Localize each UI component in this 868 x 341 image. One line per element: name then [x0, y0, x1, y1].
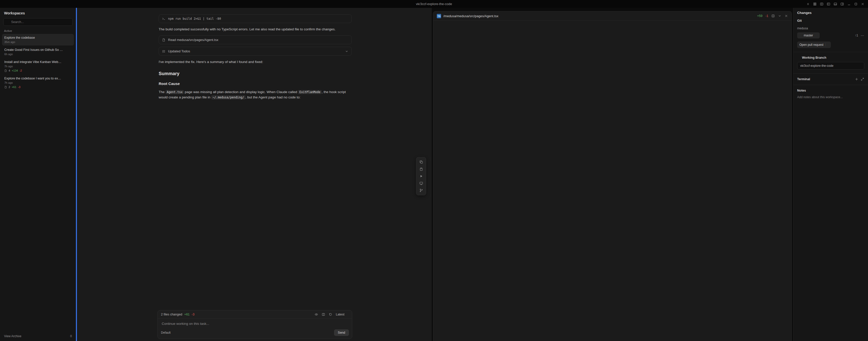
- workspace-item-title: Explore the codebase I want you to ex…: [4, 76, 72, 80]
- add-workspace-icon[interactable]: [69, 11, 72, 15]
- right-panel: Changes Git medusa master ↑1 ⋯ Open pull…: [793, 8, 868, 341]
- pr-label: Open pull request: [799, 43, 824, 46]
- copy-icon[interactable]: [419, 160, 423, 164]
- view-archive-link[interactable]: View Archive: [4, 334, 21, 338]
- paragraph: The Agent.tsx page was missing all plan …: [159, 89, 352, 100]
- chevron-down-icon[interactable]: [861, 89, 864, 92]
- branch-icon: [799, 34, 802, 37]
- file-count: 2: [9, 86, 10, 89]
- updated-todos-row[interactable]: Updated Todos: [159, 47, 352, 56]
- eye-icon[interactable]: [315, 313, 318, 316]
- chevron-down-icon[interactable]: [778, 14, 781, 18]
- panel-left-icon[interactable]: [827, 2, 830, 6]
- maximize-icon[interactable]: [854, 2, 858, 6]
- sidebar-title: Workspaces: [4, 11, 61, 15]
- files-changed-label[interactable]: 2 files changed: [161, 313, 182, 316]
- branch-name: master: [804, 34, 813, 37]
- titlebar: vk/3ccf-explore-the-code: [0, 0, 868, 8]
- pause-icon[interactable]: [806, 2, 810, 6]
- working-branch-input[interactable]: [800, 64, 857, 68]
- history-icon[interactable]: [329, 313, 332, 316]
- clipboard-icon[interactable]: [419, 167, 423, 171]
- heading: Root Cause: [159, 82, 352, 86]
- workspace-item-time: 6h ago: [4, 53, 72, 56]
- composer-footer: Default Send: [158, 327, 352, 339]
- mode-dropdown[interactable]: Default: [161, 331, 175, 334]
- read-file-row[interactable]: Read medusa/src/pages/Agent.tsx: [159, 35, 352, 44]
- close-icon[interactable]: [784, 14, 788, 18]
- working-branch-field[interactable]: [797, 62, 864, 69]
- panel-right-icon[interactable]: [840, 2, 844, 6]
- chevron-down-icon: [826, 43, 829, 46]
- split-view-icon[interactable]: [771, 14, 775, 18]
- diff-panel: TS /medusa/medusa/src/pages/Agent.tsx +5…: [433, 11, 792, 341]
- terminal-section-label: Terminal: [797, 78, 810, 81]
- chevron-down-icon[interactable]: [345, 50, 348, 53]
- notes-section[interactable]: Notes: [797, 89, 864, 92]
- plus-icon[interactable]: [855, 78, 858, 81]
- paragraph: I've implemented the fix. Here's a summa…: [159, 59, 352, 64]
- divider: [793, 52, 868, 52]
- todos-icon: [162, 50, 165, 53]
- edit-icon[interactable]: [859, 64, 862, 67]
- sidebar-footer: View Archive 0: [0, 331, 76, 341]
- preview-icon[interactable]: [419, 181, 423, 185]
- file-icon: [4, 86, 7, 89]
- deletions-count: -3: [18, 86, 21, 89]
- split-columns-icon[interactable]: [820, 2, 824, 6]
- collapse-sidebar-icon[interactable]: [63, 11, 67, 15]
- branch-icon: [797, 56, 800, 59]
- panel-bottom-icon[interactable]: [834, 2, 837, 6]
- divider: [793, 85, 868, 85]
- workspace-search[interactable]: [3, 18, 73, 26]
- workspace-item-title: Create Good First Issues on Github So …: [4, 48, 72, 52]
- workspace-item[interactable]: Explore the codebase I want you to ex…7h…: [2, 74, 74, 91]
- workspace-item[interactable]: Explore the codebase35m ago: [2, 34, 74, 45]
- workspace-item-stats: 4+134-2: [4, 69, 72, 72]
- workspace-item[interactable]: Create Good First Issues on Github So …6…: [2, 46, 74, 58]
- app-window: vk/3ccf-explore-the-code Workspaces Acti…: [0, 0, 868, 341]
- latest-dropdown[interactable]: Latest: [334, 313, 349, 316]
- more-actions-icon[interactable]: ⋯: [861, 34, 864, 37]
- composer-input-area: [158, 319, 352, 327]
- diff-icon[interactable]: [322, 313, 325, 316]
- diff-rows: [433, 21, 792, 341]
- workspace-item-stats: 2+61-3: [4, 86, 72, 89]
- file-count: 4: [9, 69, 10, 72]
- working-branch-label: Working Branch: [802, 56, 826, 59]
- action-rail: [416, 157, 426, 195]
- section-label-active: Active: [0, 26, 76, 33]
- close-icon[interactable]: [861, 2, 864, 6]
- workspace-item-title: Install and integrate Vibe Kanban Web…: [4, 60, 72, 64]
- edit-icon[interactable]: [185, 331, 189, 334]
- grid-icon[interactable]: [813, 2, 817, 6]
- diff-deletions: -1: [766, 14, 768, 18]
- file-icon: [162, 38, 165, 42]
- attach-icon[interactable]: [178, 331, 182, 334]
- deletions-count: -3: [192, 313, 194, 316]
- send-button[interactable]: Send: [334, 329, 349, 336]
- chevron-down-icon: [815, 34, 818, 37]
- branch-selector[interactable]: master: [797, 32, 820, 38]
- expand-icon[interactable]: [861, 78, 864, 81]
- play-icon[interactable]: [419, 174, 423, 178]
- workspace-item-time: 7h ago: [4, 65, 72, 68]
- chat-panel: npm run build 2>&1 | tail -80The build c…: [77, 8, 432, 341]
- search-input[interactable]: [11, 20, 70, 24]
- open-pull-request-button[interactable]: Open pull request: [797, 41, 831, 48]
- minimize-icon[interactable]: [847, 2, 851, 6]
- composer-input[interactable]: [161, 321, 348, 326]
- additions-count: +134: [12, 69, 18, 72]
- terminal-section[interactable]: Terminal: [797, 78, 864, 81]
- tool-row-label: Updated Todos: [168, 49, 190, 53]
- terminal-command-row[interactable]: npm run build 2>&1 | tail -80: [159, 14, 352, 23]
- notes-placeholder[interactable]: Add notes about this workspace...: [797, 95, 864, 99]
- branch-icon[interactable]: [419, 188, 423, 192]
- deletions-count: -2: [20, 69, 22, 72]
- diff-header-actions: +59 -1: [757, 14, 788, 18]
- workspaces-sidebar: Workspaces Active Explore the codebase35…: [0, 8, 76, 341]
- workspace-item-title: Explore the codebase: [4, 36, 72, 39]
- workspace-item[interactable]: Install and integrate Vibe Kanban Web…7h…: [2, 58, 74, 74]
- file-icon: [4, 69, 7, 72]
- latest-label: Latest: [336, 313, 344, 316]
